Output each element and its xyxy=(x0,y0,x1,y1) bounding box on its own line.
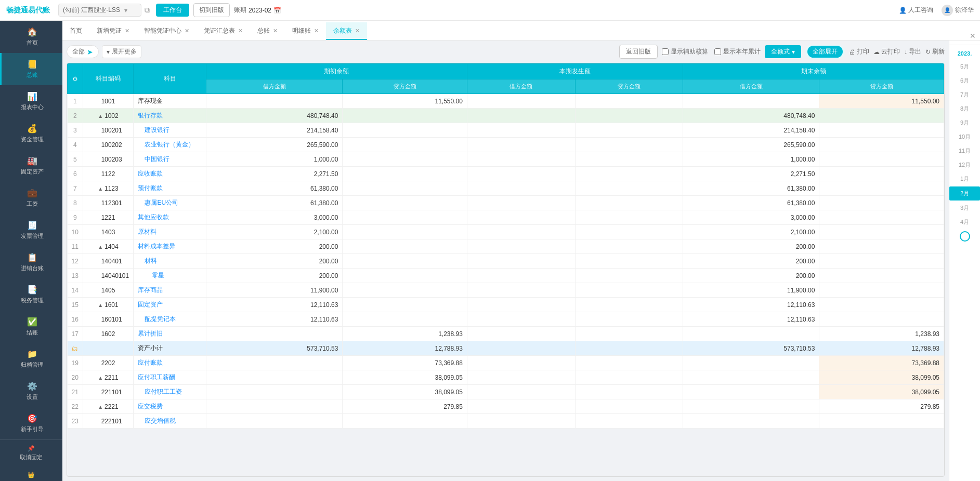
calendar-icon[interactable]: 📅 xyxy=(273,7,281,14)
pe-debit-amount xyxy=(683,327,819,341)
ps-debit-amount xyxy=(206,385,343,399)
month-11[interactable]: 11月 xyxy=(949,144,980,158)
account-name[interactable]: 材料成本差异 xyxy=(134,239,206,254)
settings-column-header[interactable]: ⚙ xyxy=(68,64,83,94)
month-1[interactable]: 1月 xyxy=(949,172,980,186)
switch-version-button[interactable]: 切到旧版 xyxy=(193,3,230,17)
sidebar-item-funds[interactable]: 💰 资金管理 xyxy=(0,117,62,150)
vip-icon: 👑 xyxy=(28,472,35,478)
sidebar-item-close[interactable]: ✅ 结账 xyxy=(0,311,62,343)
print-button[interactable]: 🖨 打印 xyxy=(849,47,869,56)
account-name[interactable]: 应交增值税 xyxy=(134,414,206,429)
sidebar-label-funds: 资金管理 xyxy=(21,136,44,143)
tab-detail-label: 明细账 xyxy=(292,26,311,35)
account-name[interactable]: 惠属EU公司 xyxy=(134,196,206,210)
account-name[interactable]: 应收账款 xyxy=(134,167,206,181)
tab-close-detail[interactable]: ✕ xyxy=(314,28,319,34)
tab-close-smart-verify[interactable]: ✕ xyxy=(185,28,189,34)
tab-close-balance[interactable]: ✕ xyxy=(355,28,360,34)
sidebar-item-unpin[interactable]: 📌 取消固定 xyxy=(0,440,62,466)
account-name[interactable]: 固定资产 xyxy=(134,298,206,312)
month-7[interactable]: 7月 xyxy=(949,88,980,102)
account-name[interactable]: 材料 xyxy=(134,254,206,269)
tab-close-new-voucher[interactable]: ✕ xyxy=(125,28,129,34)
sidebar-item-salary[interactable]: 💼 工资 xyxy=(0,182,62,214)
return-old-button[interactable]: 返回旧版 xyxy=(619,45,658,59)
month-3[interactable]: 3月 xyxy=(949,201,980,215)
tab-ledger[interactable]: 总账 ✕ xyxy=(250,22,285,40)
month-9[interactable]: 9月 xyxy=(949,116,980,130)
tab-close-voucher-summary[interactable]: ✕ xyxy=(238,28,243,34)
account-name[interactable]: 应交税费 xyxy=(134,399,206,414)
sidebar-item-reports[interactable]: 📊 报表中心 xyxy=(0,85,62,117)
expand-panel-icon[interactable] xyxy=(960,231,970,242)
account-name[interactable]: 应付职工工资 xyxy=(134,385,206,399)
consult-button[interactable]: 👤 人工咨询 xyxy=(899,6,933,15)
pin-icon: 📌 xyxy=(28,445,35,452)
row-number: 20 xyxy=(68,370,83,385)
account-code: ▲ 1123 xyxy=(83,181,134,196)
account-name[interactable]: 其他应收款 xyxy=(134,210,206,225)
account-name[interactable]: 库存商品 xyxy=(134,283,206,298)
sidebar-item-invoice[interactable]: 🧾 发票管理 xyxy=(0,214,62,246)
filter-all-button[interactable]: 全部 ➤ xyxy=(67,45,99,58)
sidebar-item-ledger[interactable]: 📒 总账 xyxy=(0,53,62,85)
export-button[interactable]: ↓ 导出 xyxy=(904,47,921,56)
cloud-print-button[interactable]: ☁ 云打印 xyxy=(873,47,900,56)
account-name[interactable]: 建设银行 xyxy=(134,123,206,138)
tab-voucher-summary[interactable]: 凭证汇总表 ✕ xyxy=(197,22,250,40)
company-selector[interactable]: (勾前) 江西股业-LSS ▾ xyxy=(58,4,141,17)
tab-balance[interactable]: 余额表 ✕ xyxy=(326,22,367,40)
cur-credit-amount xyxy=(575,356,683,370)
tab-new-voucher[interactable]: 新增凭证 ✕ xyxy=(89,22,137,40)
account-name[interactable]: 原材料 xyxy=(134,225,206,239)
month-5[interactable]: 5月 xyxy=(949,60,980,74)
cur-debit-amount xyxy=(467,138,575,152)
account-name[interactable]: 累计折旧 xyxy=(134,327,206,341)
sidebar-item-assets[interactable]: 🏭 固定资产 xyxy=(0,150,62,182)
sidebar-item-tax[interactable]: 📑 税务管理 xyxy=(0,278,62,311)
ps-debit-amount xyxy=(206,399,343,414)
checkbox-auxiliary[interactable]: 显示辅助核算 xyxy=(662,47,708,56)
ytd-checkbox[interactable] xyxy=(714,48,721,55)
sidebar-item-sales[interactable]: 📋 进销台账 xyxy=(0,246,62,278)
month-2[interactable]: 2月 xyxy=(949,186,980,201)
ps-debit-amount: 61,380.00 xyxy=(206,181,343,196)
sidebar-item-vip[interactable]: 👑 畅会员 xyxy=(0,466,62,481)
month-12[interactable]: 12月 xyxy=(949,158,980,172)
account-name[interactable]: 预付账款 xyxy=(134,181,206,196)
account-name[interactable]: 应付职工薪酬 xyxy=(134,370,206,385)
sidebar-item-home[interactable]: 🏠 首页 xyxy=(0,21,62,53)
tab-close-ledger[interactable]: ✕ xyxy=(273,28,278,34)
tab-smart-verify[interactable]: 智能凭证中心 ✕ xyxy=(137,22,197,40)
refresh-button[interactable]: ↻ 刷新 xyxy=(925,47,945,56)
ps-debit-amount: 2,271.50 xyxy=(206,167,343,181)
year-2023[interactable]: 2023. xyxy=(949,47,980,60)
expand-all-button[interactable]: 全部展开 xyxy=(807,46,843,58)
month-8[interactable]: 8月 xyxy=(949,102,980,116)
row-number: 5 xyxy=(68,152,83,167)
account-name[interactable]: 银行存款 xyxy=(134,109,206,123)
sidebar-item-settings[interactable]: ⚙️ 设置 xyxy=(0,375,62,407)
account-name[interactable]: 农业银行（黄金） xyxy=(134,138,206,152)
expand-all-toggle[interactable]: 全部展开 xyxy=(805,45,845,59)
account-name[interactable]: 中国银行 xyxy=(134,152,206,167)
ps-credit-amount xyxy=(343,225,467,239)
month-10[interactable]: 10月 xyxy=(949,130,980,144)
close-all-tabs-icon[interactable]: ✕ xyxy=(970,32,980,40)
tab-home[interactable]: 首页 xyxy=(62,22,89,40)
expand-more-button[interactable]: ▾ 展开更多 xyxy=(102,45,141,58)
sidebar-item-archive[interactable]: 📁 归档管理 xyxy=(0,343,62,375)
month-4[interactable]: 4月 xyxy=(949,215,980,229)
account-name[interactable]: 配提凭记本 xyxy=(134,312,206,327)
chevron-down-icon: ▾ xyxy=(124,7,127,14)
month-6[interactable]: 6月 xyxy=(949,74,980,88)
workbench-button[interactable]: 工作台 xyxy=(156,4,189,17)
auxiliary-checkbox[interactable] xyxy=(662,48,669,55)
sidebar-item-guide[interactable]: 🎯 新手引导 xyxy=(0,407,62,439)
tab-detail[interactable]: 明细账 ✕ xyxy=(285,22,326,40)
account-name[interactable]: 零星 xyxy=(134,269,206,283)
full-mode-button[interactable]: 全额式 ▾ xyxy=(765,45,801,58)
account-name[interactable]: 应付账款 xyxy=(134,356,206,370)
checkbox-ytd[interactable]: 显示本年累计 xyxy=(714,47,761,56)
